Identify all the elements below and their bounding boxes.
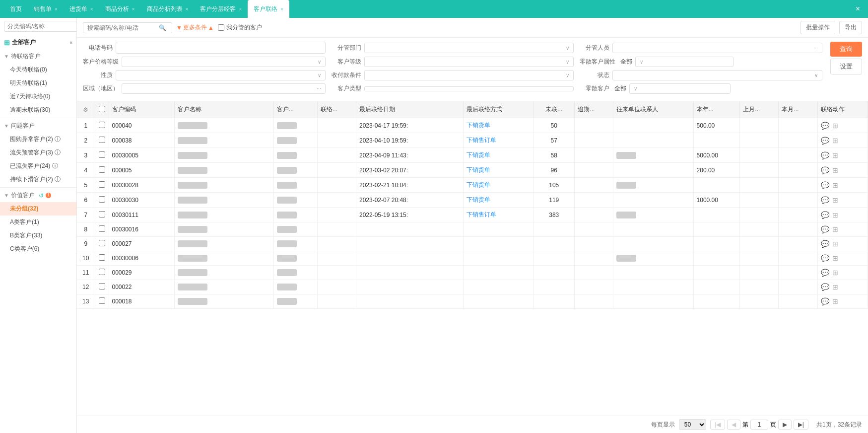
chat-icon[interactable]: 💬 xyxy=(821,225,829,233)
tab-product-list[interactable]: 商品分析列表 × xyxy=(141,0,195,18)
chat-icon[interactable]: 💬 xyxy=(821,181,829,189)
sidebar-item-class-b[interactable]: B类客户(33) xyxy=(0,229,76,242)
tab-home[interactable]: 首页 xyxy=(4,0,28,18)
close-all-tabs[interactable]: × xyxy=(852,4,864,13)
close-icon[interactable]: × xyxy=(55,6,58,12)
first-page-button[interactable]: |◀ xyxy=(710,420,725,430)
sidebar-item-7days-pending[interactable]: 近7天待联络(0) xyxy=(0,90,76,103)
chat-icon[interactable]: 💬 xyxy=(821,240,829,248)
qr-icon[interactable]: ⊞ xyxy=(832,181,838,189)
qr-icon[interactable]: ⊞ xyxy=(832,283,838,291)
sidebar-item-overdue-contact[interactable]: 逾期未联络(30) xyxy=(0,103,76,117)
settings-icon[interactable]: ⚙ xyxy=(83,106,88,113)
sidebar-item-tomorrow-pending[interactable]: 明天待联络(1) xyxy=(0,76,76,90)
qr-icon[interactable]: ⊞ xyxy=(832,225,838,233)
sidebar-item-class-a[interactable]: A类客户(1) xyxy=(0,216,76,229)
retail-customer-select[interactable]: ∨ xyxy=(629,83,730,94)
export-button[interactable]: 导出 xyxy=(839,21,862,34)
row-checkbox[interactable] xyxy=(99,269,105,275)
select-all-checkbox[interactable] xyxy=(99,106,105,112)
sidebar-item-churned[interactable]: 已流失客户(24) ⓘ xyxy=(0,159,76,173)
batch-ops-button[interactable]: 批量操作 xyxy=(801,21,835,34)
method-link[interactable]: 下销售订单 xyxy=(467,137,496,144)
category-search-input[interactable] xyxy=(4,21,77,32)
query-button[interactable]: 查询 xyxy=(830,42,862,57)
tab-purchase[interactable]: 进货单 × xyxy=(64,0,99,18)
row-checkbox[interactable] xyxy=(99,297,105,304)
qr-icon[interactable]: ⊞ xyxy=(832,151,838,159)
tab-customer-contact[interactable]: 客户联络 × xyxy=(248,0,289,18)
qr-icon[interactable]: ⊞ xyxy=(832,196,838,204)
close-icon[interactable]: × xyxy=(90,6,93,12)
retail-attr-select[interactable]: ∨ xyxy=(635,57,733,67)
row-checkbox[interactable] xyxy=(99,122,105,128)
chat-icon[interactable]: 💬 xyxy=(821,269,829,277)
row-checkbox[interactable] xyxy=(99,166,105,173)
method-link[interactable]: 下销货单 xyxy=(467,196,490,203)
row-checkbox[interactable] xyxy=(99,211,105,217)
reset-button[interactable]: 设置 xyxy=(830,59,862,74)
price-level-select[interactable]: ∨ xyxy=(122,57,326,67)
row-checkbox[interactable] xyxy=(99,196,105,203)
dept-select[interactable]: ∨ xyxy=(364,43,574,53)
sidebar-group-value[interactable]: ▼ 价值客户 ↺ ! xyxy=(0,189,76,202)
customer-level-select[interactable]: ∨ xyxy=(364,57,574,67)
customer-type-select[interactable] xyxy=(364,86,574,91)
nature-select[interactable]: ∨ xyxy=(116,70,326,80)
tab-product-analysis[interactable]: 商品分析 × xyxy=(99,0,141,18)
row-checkbox[interactable] xyxy=(99,254,105,261)
qr-icon[interactable]: ⊞ xyxy=(832,269,838,277)
row-checkbox[interactable] xyxy=(99,225,105,232)
row-checkbox[interactable] xyxy=(99,151,105,158)
phone-input[interactable] xyxy=(116,42,326,54)
prev-page-button[interactable]: ◀ xyxy=(727,420,740,430)
chat-icon[interactable]: 💬 xyxy=(821,122,829,130)
sidebar-group-problem[interactable]: ▼ 问题客户 xyxy=(0,119,76,133)
chat-icon[interactable]: 💬 xyxy=(821,151,829,159)
close-icon[interactable]: × xyxy=(280,6,283,12)
chat-icon[interactable]: 💬 xyxy=(821,283,829,291)
status-select[interactable]: ∨ xyxy=(612,70,822,80)
sidebar-item-stockpile-anomaly[interactable]: 囤购异常客户(2) ⓘ xyxy=(0,133,76,146)
row-checkbox[interactable] xyxy=(99,283,105,289)
qr-icon[interactable]: ⊞ xyxy=(832,240,838,248)
manager-select[interactable]: ··· xyxy=(612,43,822,53)
qr-icon[interactable]: ⊞ xyxy=(832,211,838,219)
qr-icon[interactable]: ⊞ xyxy=(832,254,838,262)
row-checkbox[interactable] xyxy=(99,240,105,246)
qr-icon[interactable]: ⊞ xyxy=(832,137,838,144)
close-icon[interactable]: × xyxy=(239,6,242,12)
more-conditions-button[interactable]: ▼ 更多条件 ▲ xyxy=(176,23,214,32)
qr-icon[interactable]: ⊞ xyxy=(832,166,838,174)
chat-icon[interactable]: 💬 xyxy=(821,166,829,174)
search-icon[interactable]: 🔍 xyxy=(159,24,166,31)
sidebar-item-today-pending[interactable]: 今天待联络(0) xyxy=(0,63,76,76)
all-customers-header[interactable]: ⊞ 全部客户 « xyxy=(0,35,76,50)
row-checkbox[interactable] xyxy=(99,137,105,143)
method-link[interactable]: 下销货单 xyxy=(467,166,490,173)
chat-icon[interactable]: 💬 xyxy=(821,211,829,219)
last-page-button[interactable]: ▶| xyxy=(794,420,808,430)
method-link[interactable]: 下销货单 xyxy=(467,151,490,158)
region-select[interactable]: ··· xyxy=(122,83,326,94)
next-page-button[interactable]: ▶ xyxy=(778,420,792,430)
page-number-input[interactable] xyxy=(750,420,768,430)
close-icon[interactable]: × xyxy=(132,6,135,12)
tab-sales[interactable]: 销售单 × xyxy=(28,0,64,18)
tab-customer-tier[interactable]: 客户分层经客 × xyxy=(194,0,248,18)
sidebar-group-pending[interactable]: ▼ 待联络客户 xyxy=(0,50,76,63)
method-link[interactable]: 下销货单 xyxy=(467,181,490,188)
sidebar-item-declining[interactable]: 持续下滑客户(2) ⓘ xyxy=(0,173,76,186)
qr-icon[interactable]: ⊞ xyxy=(832,122,838,130)
chat-icon[interactable]: 💬 xyxy=(821,137,829,144)
sidebar-item-churn-warning[interactable]: 流失预警客户(3) ⓘ xyxy=(0,146,76,159)
method-link[interactable]: 下销货单 xyxy=(467,122,490,129)
chat-icon[interactable]: 💬 xyxy=(821,254,829,262)
sidebar-item-class-c[interactable]: C类客户(6) xyxy=(0,242,76,256)
sidebar-item-ungrouped[interactable]: 未分组(32) xyxy=(0,202,76,216)
qr-icon[interactable]: ⊞ xyxy=(832,297,838,305)
per-page-select[interactable]: 50 100 200 xyxy=(679,419,706,430)
my-customers-checkbox[interactable]: 我分管的客户 xyxy=(218,23,262,32)
payment-select[interactable]: ∨ xyxy=(364,70,574,80)
chat-icon[interactable]: 💬 xyxy=(821,196,829,204)
